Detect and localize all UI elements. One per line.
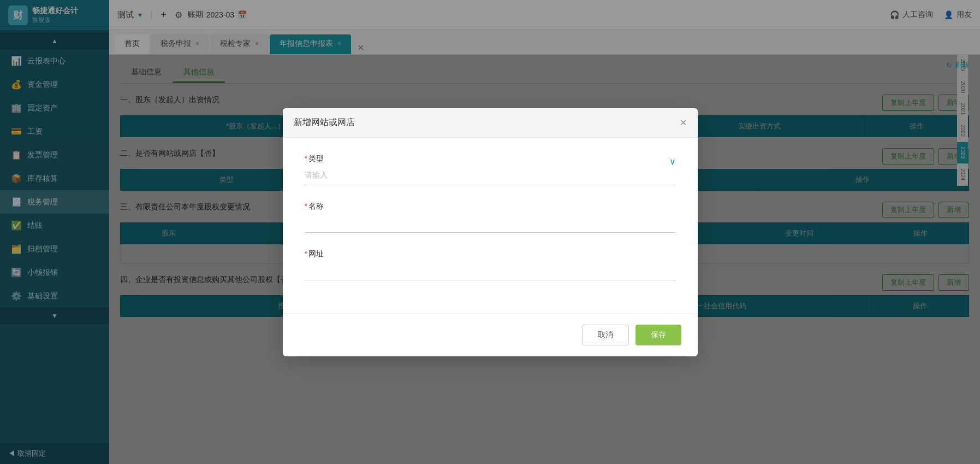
modal-close-btn[interactable]: × bbox=[680, 117, 687, 128]
url-input[interactable] bbox=[305, 263, 676, 277]
cancel-button[interactable]: 取消 bbox=[582, 325, 629, 345]
name-input-wrapper: *名称 bbox=[305, 202, 676, 233]
modal-body: *类型 ∨ *名称 *网址 bbox=[283, 138, 698, 313]
type-input[interactable] bbox=[305, 168, 676, 181]
form-row-type: *类型 ∨ bbox=[305, 154, 676, 185]
type-input-wrapper: *类型 ∨ bbox=[305, 154, 676, 185]
save-button[interactable]: 保存 bbox=[635, 325, 681, 345]
type-label: *类型 bbox=[305, 154, 676, 164]
url-label: *网址 bbox=[305, 249, 676, 259]
modal-overlay[interactable]: 新增网站或网店 × *类型 ∨ *名称 bbox=[0, 0, 980, 464]
form-row-name: *名称 bbox=[305, 202, 676, 233]
url-input-wrapper: *网址 bbox=[305, 249, 676, 280]
name-label: *名称 bbox=[305, 202, 676, 212]
modal-header: 新增网站或网店 × bbox=[283, 108, 698, 138]
modal-title: 新增网站或网店 bbox=[294, 117, 355, 128]
modal-footer: 取消 保存 bbox=[283, 313, 698, 356]
type-dropdown-icon[interactable]: ∨ bbox=[669, 156, 676, 167]
add-website-modal: 新增网站或网店 × *类型 ∨ *名称 bbox=[283, 108, 698, 356]
form-row-url: *网址 bbox=[305, 249, 676, 280]
name-input[interactable] bbox=[305, 216, 676, 229]
